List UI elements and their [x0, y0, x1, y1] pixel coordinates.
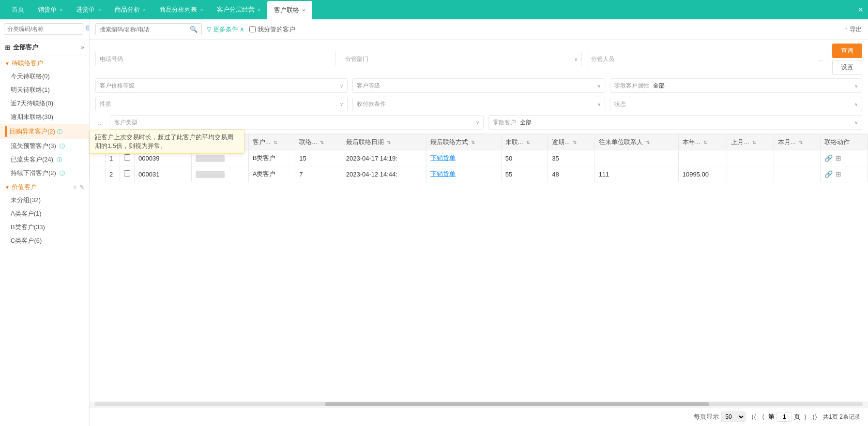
th-last-date[interactable]: 最后联络日期 ⇅ — [342, 134, 426, 150]
this-year-sort-icon: ⇅ — [703, 140, 707, 145]
value-edit-icon[interactable]: ✎ — [79, 184, 84, 191]
sidebar-item-7days[interactable]: 近7天待联络(0) — [0, 97, 89, 110]
nav-sales[interactable]: 销货单 × — [31, 0, 69, 19]
sidebar-section-pending[interactable]: ▼ 待联络客户 — [0, 56, 89, 70]
sidebar-item-churn-warning[interactable]: 流失预警客户(3) ⓘ — [0, 139, 89, 153]
row2-checkbox[interactable] — [120, 166, 135, 182]
th-this-year[interactable]: 本年... ⇅ — [678, 134, 727, 150]
per-page-select[interactable]: 50 100 200 — [721, 411, 746, 422]
filter-customer-level[interactable]: 客户等级 ∨ — [352, 78, 605, 93]
th-type[interactable]: 客户... ⇅ — [248, 134, 295, 150]
settings-button[interactable]: 设置 — [832, 60, 862, 74]
nav-analysis[interactable]: 商品分析 × — [108, 0, 152, 19]
window-close-button[interactable]: × — [858, 5, 863, 15]
nav-customer-contact-close[interactable]: × — [302, 7, 305, 13]
sidebar-search-input[interactable] — [4, 23, 83, 35]
th-contacts[interactable]: 往来单位联系人 ⇅ — [594, 134, 678, 150]
filter-nature[interactable]: 性质 ∨ — [95, 97, 348, 111]
page-first-btn[interactable]: ⟨⟨ — [749, 412, 758, 422]
horizontal-scrollbar[interactable] — [90, 401, 868, 407]
scrollbar-thumb[interactable] — [325, 402, 709, 406]
th-overdue[interactable]: 逾期... ⇅ — [548, 134, 594, 150]
filter-customer-type[interactable]: 客户类型 ∨ — [110, 115, 484, 130]
row2-last-method[interactable]: 下销货单 — [426, 166, 502, 182]
nav-purchase[interactable]: 进货单 × — [69, 0, 107, 19]
scrollbar-track[interactable] — [94, 402, 863, 406]
contact-sort-icon: ⇅ — [320, 140, 324, 145]
th-last-month[interactable]: 上月... ⇅ — [727, 134, 774, 150]
row1-this-year — [678, 150, 727, 166]
arrow-down-icon: ▼ — [5, 61, 10, 66]
churned-info-icon[interactable]: ⓘ — [57, 157, 62, 162]
row1-qr-icon[interactable]: ⊞ — [836, 154, 841, 162]
filter-status[interactable]: 状态 ∨ — [610, 97, 862, 111]
th-uncontacted[interactable]: 未联... ⇅ — [501, 134, 548, 150]
sidebar-search-icon[interactable]: 🔍 — [85, 25, 90, 33]
row2-check[interactable] — [124, 170, 130, 176]
nav-customer-contact[interactable]: 客户联络 × — [267, 1, 312, 19]
orange-bar-icon — [5, 126, 7, 137]
sidebar-item-b-class[interactable]: B类客户(33) — [0, 220, 89, 234]
main-search-input[interactable] — [100, 26, 190, 33]
row1-contact: 15 — [295, 150, 342, 166]
nav-analysis-list[interactable]: 商品分析列表 × — [152, 0, 210, 19]
sidebar-item-overdue[interactable]: 逾期未联络(30) — [0, 110, 89, 124]
th-this-month[interactable]: 本月... ⇅ — [774, 134, 820, 150]
row1-link-icon[interactable]: 🔗 — [824, 154, 833, 162]
row1-check[interactable] — [124, 154, 130, 161]
sidebar-item-c-class[interactable]: C类客户(6) — [0, 234, 89, 248]
sidebar-item-tomorrow[interactable]: 明天待联络(1) — [0, 83, 89, 97]
filter-price-level[interactable]: 客户价格等级 ∨ — [95, 78, 348, 93]
main-search-icon[interactable]: 🔍 — [190, 26, 198, 33]
th-actions: 联络动作 — [821, 134, 868, 150]
filter-retail-customer[interactable]: 零散客户 全部 ∨ — [488, 115, 862, 130]
row1-type: B类客户 — [248, 150, 295, 166]
row2-num: 2 — [106, 166, 120, 182]
sidebar-collapse-btn[interactable]: » — [81, 44, 84, 51]
row1-this-month — [774, 150, 820, 166]
page-next-btn[interactable]: ⟩ — [802, 412, 808, 422]
row2-link-icon[interactable]: 🔗 — [824, 170, 833, 178]
nav-customer-tier[interactable]: 客户分层经营 × — [210, 0, 267, 19]
export-button[interactable]: ↑ 导出 — [845, 25, 863, 34]
row2-name — [191, 166, 248, 182]
nav-analysis-close[interactable]: × — [143, 7, 146, 13]
th-contact[interactable]: 联络... ⇅ — [295, 134, 342, 150]
filter-payment[interactable]: 收付款条件 ∨ — [352, 97, 605, 111]
sidebar-item-ungroup[interactable]: 未分组(32) — [0, 193, 89, 207]
nav-customer-tier-close[interactable]: × — [258, 7, 260, 13]
churn-warning-info-icon[interactable]: ⓘ — [60, 143, 65, 149]
filter-dept[interactable]: 分管部门 ∨ — [341, 52, 581, 66]
row2-overdue: 48 — [548, 166, 594, 182]
filter-phone[interactable]: 电话号码 — [95, 52, 336, 66]
nav-sales-close[interactable]: × — [60, 7, 62, 13]
sidebar-item-a-class[interactable]: A类客户(1) — [0, 207, 89, 220]
sidebar-item-churned[interactable]: 已流失客户(24) ⓘ — [0, 153, 89, 166]
page-last-btn[interactable]: ⟩⟩ — [810, 412, 819, 422]
filter-manager[interactable]: 分管人员 … — [587, 52, 827, 66]
sidebar-all-customers[interactable]: ⊞ 全部客户 » — [0, 39, 89, 56]
more-conditions-btn[interactable]: ▽ 更多条件 ∧ — [207, 25, 244, 34]
sidebar-item-declining[interactable]: 持续下滑客户(2) ⓘ — [0, 166, 89, 180]
th-last-method[interactable]: 最后联络方式 ⇅ — [426, 134, 502, 150]
query-button[interactable]: 查询 — [832, 44, 862, 58]
declining-info-icon[interactable]: ⓘ — [60, 170, 65, 176]
my-customers-check[interactable] — [249, 26, 256, 32]
page-number-input[interactable] — [777, 412, 792, 422]
more-dot-btn[interactable]: ... — [95, 118, 105, 126]
nav-home[interactable]: 首页 — [5, 0, 31, 19]
sidebar-section-anomaly[interactable]: 回购异常客户(2) ⓘ — [0, 124, 89, 139]
row2-qr-icon[interactable]: ⊞ — [836, 170, 841, 178]
filter-row-4: ... 客户类型 ∨ 零散客户 全部 ∨ — [95, 115, 862, 130]
nav-purchase-close[interactable]: × — [98, 7, 101, 13]
nav-analysis-list-close[interactable]: × — [200, 7, 203, 13]
sidebar-item-today[interactable]: 今天待联络(0) — [0, 70, 89, 83]
row1-last-method[interactable]: 下销货单 — [426, 150, 502, 166]
anomaly-info-icon[interactable]: ⓘ — [57, 128, 62, 135]
page-prev-btn[interactable]: ⟨ — [760, 412, 766, 422]
value-sort-icon[interactable]: ○ — [73, 184, 76, 191]
sidebar-section-value[interactable]: ▼ 价值客户 ○ ✎ — [0, 180, 89, 193]
retail-customer-arrow-icon: ∨ — [854, 120, 858, 125]
filter-row-2: 客户价格等级 ∨ 客户等级 ∨ 零散客户属性 全部 ∨ — [95, 78, 862, 93]
filter-retail-attr[interactable]: 零散客户属性 全部 ∨ — [610, 78, 862, 93]
